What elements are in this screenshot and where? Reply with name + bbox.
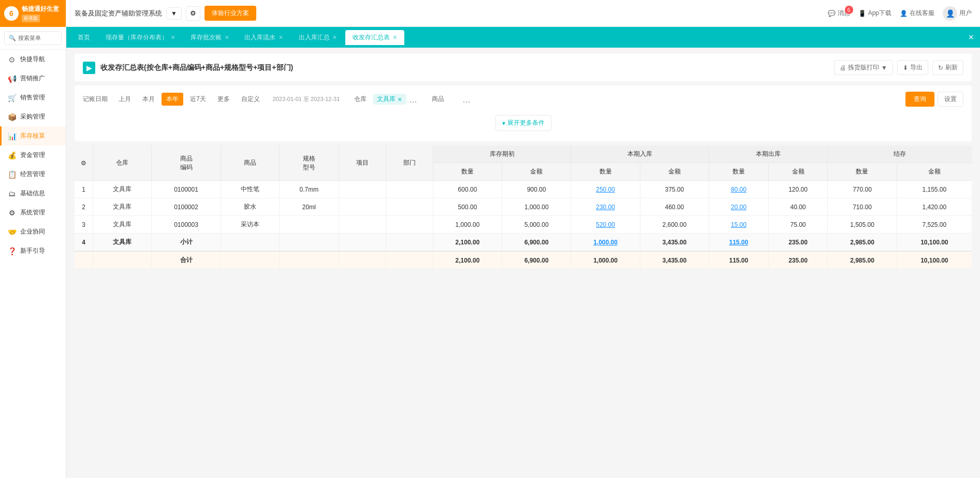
tab-receive-summary-close[interactable]: × xyxy=(393,34,397,41)
topbar-right: 💬 消息 6 📱 App下载 👤 在线客服 👤 用户 xyxy=(828,6,972,21)
row-project xyxy=(339,216,386,234)
sidebar-item-operations[interactable]: 📋 经营管理 xyxy=(0,165,66,184)
sidebar-item-quick-nav[interactable]: ⊙ 快捷导航 xyxy=(0,50,66,69)
online-service-label: 在线客服 xyxy=(910,9,934,18)
sidebar-item-label: 快捷导航 xyxy=(20,55,45,64)
row-close-qty: 770.00 xyxy=(828,181,897,198)
expand-icon: ▾ xyxy=(502,120,505,127)
gear-icon: ⚙ xyxy=(190,9,196,17)
sidebar-item-inventory[interactable]: 📊 库存核算 xyxy=(0,126,66,146)
refresh-button[interactable]: ↻ 刷新 xyxy=(932,60,963,75)
row-in-amt: 2,600.00 xyxy=(640,216,709,234)
tab-stock-distribution[interactable]: 现存量（库存分布表） × xyxy=(98,30,182,45)
export-button[interactable]: ⬇ 导出 xyxy=(897,60,928,75)
user-avatar: 👤 xyxy=(943,6,957,21)
print-button[interactable]: 🖨 拣货版打印 ▼ xyxy=(834,60,893,75)
goods-more-button[interactable]: ... xyxy=(463,95,471,104)
system-dropdown[interactable]: ▼ xyxy=(166,7,182,20)
tab-home[interactable]: 首页 xyxy=(70,30,97,45)
search-icon: 🔍 xyxy=(9,35,16,41)
subtotal-out-qty-link[interactable]: 115.00 xyxy=(729,239,748,246)
subtotal-in-amt: 3,435.00 xyxy=(640,234,709,252)
row-close-amt: 1,420.00 xyxy=(897,198,972,216)
print-icon: 🖨 xyxy=(840,64,846,71)
th-open-amt: 金额 xyxy=(502,163,571,181)
dropdown-label: ▼ xyxy=(171,10,177,17)
date-btn-last-month[interactable]: 上月 xyxy=(114,93,136,106)
tab-stock-distribution-close[interactable]: × xyxy=(171,34,175,41)
tab-stock-flow-close[interactable]: × xyxy=(279,34,283,41)
th-in-amt: 金额 xyxy=(640,163,709,181)
basic-icon: 🗂 xyxy=(8,190,16,198)
row-out-amt: 40.00 xyxy=(768,198,828,216)
sidebar-item-marketing[interactable]: 📢 营销推广 xyxy=(0,69,66,88)
filter-bar: 记账日期 上月 本月 本年 近7天 更多 自定义 2023-01-01 至 20… xyxy=(75,85,972,141)
th-settings[interactable]: ⚙ xyxy=(75,146,93,181)
app-download-button[interactable]: 📱 App下载 xyxy=(858,9,891,18)
page-actions: 🖨 拣货版打印 ▼ ⬇ 导出 ↻ 刷新 xyxy=(834,60,963,75)
warehouse-tag-close[interactable]: × xyxy=(398,96,402,103)
column-setting-button[interactable]: 设置 xyxy=(938,92,963,107)
in-qty-link[interactable]: 520.00 xyxy=(596,221,615,228)
date-btn-more[interactable]: 更多 xyxy=(213,93,235,106)
sidebar-item-label: 采购管理 xyxy=(20,112,45,121)
th-in-qty: 数量 xyxy=(571,163,640,181)
row-goods-name: 中性笔 xyxy=(221,181,279,198)
close-all-tabs-button[interactable]: × xyxy=(966,31,976,44)
in-qty-link[interactable]: 230.00 xyxy=(596,204,615,211)
row-warehouse: 文具库 xyxy=(93,216,152,234)
sidebar-logo: 6 畅捷通好生意 标准版 xyxy=(0,0,66,27)
row-close-amt: 1,155.00 xyxy=(897,181,972,198)
row-in-qty: 520.00 xyxy=(571,216,640,234)
sidebar-item-finance[interactable]: 💰 资金管理 xyxy=(0,146,66,165)
goods-filter: ... xyxy=(463,95,471,104)
tab-stock-summary-close[interactable]: × xyxy=(333,34,337,41)
sidebar: 6 畅捷通好生意 标准版 🔍 搜索菜单 ⊙ 快捷导航 📢 营销推广 🛒 销售管理… xyxy=(0,0,66,478)
online-service-button[interactable]: 👤 在线客服 xyxy=(900,9,934,18)
experience-button[interactable]: 体验行业方案 xyxy=(204,6,256,21)
sidebar-item-purchase[interactable]: 📦 采购管理 xyxy=(0,107,66,126)
in-qty-link[interactable]: 250.00 xyxy=(596,186,615,193)
main-content: 装备及固定资产辅助管理系统 ▼ ⚙ 体验行业方案 💬 消息 6 📱 App下载 … xyxy=(66,0,980,478)
query-button[interactable]: 查询 xyxy=(905,92,934,107)
logo-icon: 6 xyxy=(4,6,19,21)
out-qty-link[interactable]: 15.00 xyxy=(731,221,747,228)
tab-stock-summary[interactable]: 出入库汇总 × xyxy=(291,30,344,45)
settings-button[interactable]: ⚙ xyxy=(186,6,200,21)
row-goods-spec: 20ml xyxy=(280,198,339,216)
row-department xyxy=(386,181,433,198)
date-btn-this-year[interactable]: 本年 xyxy=(162,93,183,106)
date-filter-label: 记账日期 xyxy=(83,95,108,104)
out-qty-link[interactable]: 20.00 xyxy=(731,204,747,211)
message-button[interactable]: 💬 消息 6 xyxy=(828,9,850,18)
total-out-qty: 115.00 xyxy=(709,251,769,269)
date-btn-7days[interactable]: 近7天 xyxy=(185,93,211,106)
tab-stock-flow-label: 出入库流水 xyxy=(244,33,275,42)
date-btn-custom[interactable]: 自定义 xyxy=(237,93,265,106)
expand-conditions-button[interactable]: ▾ 展开更多条件 xyxy=(495,115,551,131)
tab-receive-summary[interactable]: 收发存汇总表 × xyxy=(345,30,404,45)
page-header: ▶ 收发存汇总表(按仓库+商品编码+商品+规格型号+项目+部门) 🖨 拣货版打印… xyxy=(75,54,972,81)
sidebar-item-cooperation[interactable]: 🤝 企业协同 xyxy=(0,222,66,241)
row-open-amt: 1,000.00 xyxy=(502,198,571,216)
tab-batch-ledger-close[interactable]: × xyxy=(225,34,229,41)
user-button[interactable]: 👤 用户 xyxy=(943,6,972,21)
tab-batch-ledger-label: 库存批次账 xyxy=(191,33,222,42)
tab-batch-ledger[interactable]: 库存批次账 × xyxy=(183,30,236,45)
sidebar-item-label: 新手引导 xyxy=(20,247,45,255)
date-btn-this-month[interactable]: 本月 xyxy=(138,93,159,106)
row-warehouse: 文具库 xyxy=(93,181,152,198)
sidebar-item-label: 系统管理 xyxy=(20,208,45,217)
sidebar-item-guide[interactable]: ❓ 新手引导 xyxy=(0,241,66,260)
warehouse-more-button[interactable]: ... xyxy=(409,95,417,104)
sidebar-item-system[interactable]: ⚙ 系统管理 xyxy=(0,203,66,222)
expand-sidebar-button[interactable]: ▶ xyxy=(83,62,95,74)
search-menu-button[interactable]: 🔍 搜索菜单 xyxy=(4,31,62,45)
out-qty-link[interactable]: 80.00 xyxy=(731,186,747,193)
subtotal-in-qty-link[interactable]: 1,000.00 xyxy=(593,239,618,246)
total-in-amt: 3,435.00 xyxy=(640,251,709,269)
sidebar-item-basic[interactable]: 🗂 基础信息 xyxy=(0,184,66,203)
sidebar-item-sales[interactable]: 🛒 销售管理 xyxy=(0,88,66,107)
tab-stock-flow[interactable]: 出入库流水 × xyxy=(237,30,290,45)
sidebar-item-label: 基础信息 xyxy=(20,189,45,198)
